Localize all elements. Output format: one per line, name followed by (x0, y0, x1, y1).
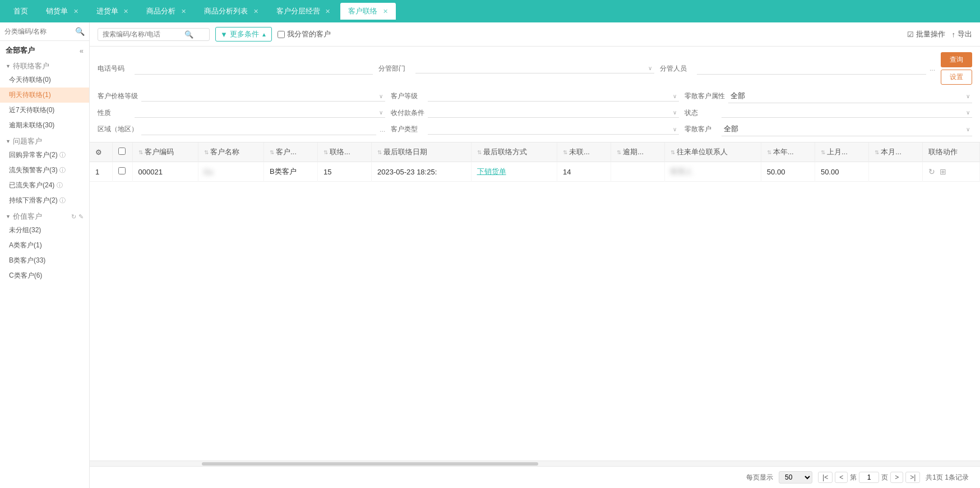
settings-gear-icon[interactable]: ⚙ (95, 148, 102, 156)
filter-action-col: 查询 设置 (941, 52, 972, 85)
th-name: ⇅客户名称 (198, 142, 264, 162)
total-info: 共1页 1条记录 (926, 473, 969, 482)
horizontal-scrollbar[interactable] (90, 461, 980, 466)
sidebar-item-churned[interactable]: 已流失客户(24) ⓘ (0, 178, 89, 193)
customer-level-filter-select[interactable]: ∨ (428, 91, 678, 102)
payment-filter-select[interactable]: ∨ (428, 108, 678, 118)
person-more-icon[interactable]: ... (930, 65, 935, 72)
phone-filter-input[interactable] (135, 63, 373, 75)
close-product-analysis-icon[interactable]: ✕ (181, 8, 186, 15)
per-page-label: 每页显示 (746, 473, 773, 482)
contact-action-icon[interactable]: ↻ (928, 167, 935, 176)
batch-operation-button[interactable]: ☑ 批量操作 (907, 29, 945, 39)
nav-product-analysis[interactable]: 商品分析 ✕ (138, 3, 194, 20)
nature-filter-label: 性质 (98, 108, 131, 118)
first-page-button[interactable]: |< (818, 472, 833, 483)
sidebar-search-input[interactable] (4, 27, 73, 35)
sidebar-item-repurchase-anomaly[interactable]: 回购异常客户(2) ⓘ (0, 148, 89, 163)
price-level-filter-field: 客户价格等级 ∨ (98, 91, 385, 102)
nav-purchase-order[interactable]: 进货单 ✕ (89, 3, 137, 20)
export-button[interactable]: ↑ 导出 (952, 29, 973, 39)
page-navigation: |< < 第 页 > >| (818, 472, 920, 483)
select-all-checkbox[interactable] (118, 148, 126, 155)
problem-group-text: 问题客户 (13, 136, 42, 146)
retail-customer-filter-field: 零散客户 全部 ∨ (685, 122, 972, 136)
td-name: Ea (198, 162, 264, 182)
th-settings: ⚙ (90, 142, 112, 162)
th-unit-contact: ⇅往来单位联系人 (665, 142, 761, 162)
status-filter-select[interactable]: ∨ (722, 108, 972, 118)
last-contact-method-link[interactable]: 下销货单 (477, 167, 506, 176)
nav-sales-order[interactable]: 销货单 ✕ (38, 3, 86, 20)
retail-customer-filter-select[interactable]: 全部 ∨ (722, 122, 972, 136)
query-button[interactable]: 查询 (941, 52, 972, 67)
value-edit-icon[interactable]: ✎ (78, 213, 84, 220)
info-icon-2: ⓘ (59, 167, 66, 173)
nav-customer-segmentation[interactable]: 客户分层经营 ✕ (269, 3, 339, 20)
nature-filter-field: 性质 ∨ (98, 108, 385, 118)
close-customer-segmentation-icon[interactable]: ✕ (325, 8, 330, 15)
settings-button[interactable]: 设置 (941, 70, 972, 85)
payment-chevron-icon: ∨ (673, 109, 677, 116)
sidebar-item-c-type[interactable]: C类客户(6) (0, 268, 89, 283)
more-action-icon[interactable]: ⊞ (940, 167, 946, 176)
sidebar-item-b-type[interactable]: B类客户(33) (0, 253, 89, 268)
my-customer-checkbox-label[interactable]: 我分管的客户 (278, 29, 331, 39)
customer-type-filter-select[interactable]: ∨ (428, 125, 678, 135)
area-filter-input[interactable] (141, 123, 376, 135)
next-page-button[interactable]: > (890, 472, 903, 483)
sidebar-item-overdue-contact[interactable]: 逾期未联络(30) (0, 118, 89, 133)
sidebar-item-a-type[interactable]: A类客户(1) (0, 238, 89, 253)
my-customer-label: 我分管的客户 (287, 29, 331, 39)
retail-attr-filter-field: 零散客户属性 全部 ∨ (685, 89, 972, 103)
sort-not-icon: ⇅ (563, 149, 567, 155)
sidebar-item-today-contact[interactable]: 今天待联络(0) (0, 72, 89, 88)
nature-filter-select[interactable]: ∨ (135, 108, 385, 118)
sidebar-search-icon[interactable]: 🔍 (75, 27, 85, 36)
close-product-analysis-list-icon[interactable]: ✕ (253, 8, 258, 15)
nav-customer-contact[interactable]: 客户联络 ✕ (340, 3, 396, 20)
price-level-filter-select[interactable]: ∨ (141, 91, 385, 102)
sidebar: 🔍 全部客户 « ▼ 待联络客户 今天待联络(0) 明天待联络(1) 近7天待联… (0, 22, 90, 488)
my-customer-checkbox[interactable] (278, 31, 285, 38)
collapse-icon[interactable]: « (80, 47, 84, 55)
more-filter-button[interactable]: ▼ 更多条件 ▲ (215, 27, 272, 42)
th-not-contacted: ⇅未联... (557, 142, 611, 162)
sidebar-item-declining[interactable]: 持续下滑客户(2) ⓘ (0, 193, 89, 208)
export-icon: ↑ (952, 30, 956, 39)
status-filter-label: 状态 (685, 108, 718, 118)
scrollbar-thumb[interactable] (202, 462, 538, 466)
per-page-select[interactable]: 50 (779, 471, 812, 484)
person-filter-field: 分管人员 ... (660, 63, 935, 75)
prev-page-button[interactable]: < (835, 472, 848, 483)
sidebar-item-tomorrow-contact[interactable]: 明天待联络(1) (0, 88, 89, 103)
row-checkbox[interactable] (118, 167, 126, 174)
problem-triangle-icon: ▼ (6, 139, 11, 144)
page-input[interactable] (859, 472, 879, 483)
close-customer-contact-icon[interactable]: ✕ (383, 8, 388, 15)
td-this-year: 50.00 (761, 162, 815, 182)
customer-level-filter-label: 客户等级 (391, 91, 424, 101)
sidebar-item-ungrouped[interactable]: 未分组(32) (0, 223, 89, 238)
search-input[interactable] (103, 30, 181, 38)
sidebar-item-7days-contact[interactable]: 近7天待联络(0) (0, 103, 89, 118)
dept-filter-select[interactable]: ∨ (415, 63, 654, 73)
main-layout: 🔍 全部客户 « ▼ 待联络客户 今天待联络(0) 明天待联络(1) 近7天待联… (0, 22, 980, 488)
last-page-button[interactable]: >| (905, 472, 920, 483)
area-more-icon[interactable]: ... (380, 126, 385, 133)
close-sales-order-icon[interactable]: ✕ (73, 8, 78, 15)
nav-product-analysis-list[interactable]: 商品分析列表 ✕ (196, 3, 266, 20)
th-this-year: ⇅本年... (761, 142, 815, 162)
nav-home[interactable]: 首页 (6, 3, 36, 20)
toolbar-search-icon[interactable]: 🔍 (184, 30, 193, 39)
value-refresh-icon[interactable]: ↻ (71, 213, 76, 220)
retail-attr-filter-select[interactable]: 全部 ∨ (728, 89, 972, 103)
person-filter-input[interactable] (697, 63, 926, 75)
sidebar-item-churn-warning[interactable]: 流失预警客户(3) ⓘ (0, 163, 89, 178)
area-filter-field: 区域（地区） ... (98, 123, 385, 135)
retail-customer-chevron-icon: ∨ (966, 126, 970, 132)
sort-type-icon: ⇅ (270, 149, 274, 155)
content-area: 🔍 ▼ 更多条件 ▲ 我分管的客户 ☑ 批量操作 ↑ 导出 (90, 22, 980, 488)
close-purchase-order-icon[interactable]: ✕ (123, 8, 128, 15)
price-level-filter-label: 客户价格等级 (98, 91, 138, 101)
